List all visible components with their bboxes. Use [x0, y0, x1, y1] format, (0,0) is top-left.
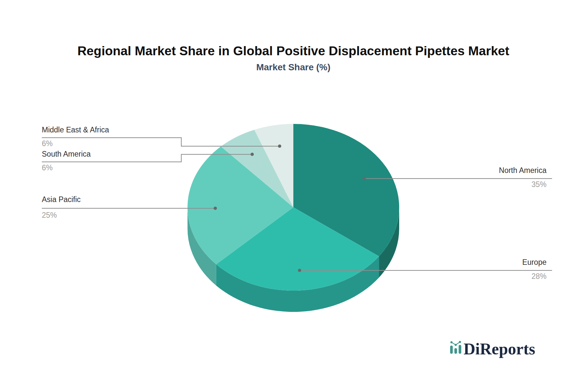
slice-label-europe: Europe — [416, 258, 547, 267]
pie-chart-svg — [0, 0, 588, 391]
slice-label-south-america: South America — [42, 150, 91, 159]
slice-value-asia-pacific: 25% — [42, 211, 57, 220]
slice-value-europe: 28% — [416, 272, 547, 281]
leader-dot-north-america — [363, 177, 366, 180]
slice-label-north-america: North America — [416, 166, 547, 175]
slice-label-middle-east-africa: Middle East & Africa — [42, 126, 109, 134]
chart-canvas: Regional Market Share in Global Positive… — [0, 0, 588, 391]
brand-logo: DiReports — [449, 340, 535, 357]
leader-dot-europe — [298, 269, 301, 272]
slice-label-asia-pacific: Asia Pacific — [42, 195, 81, 204]
slice-value-south-america: 6% — [42, 163, 53, 172]
logo-bar-chart-icon — [449, 340, 461, 354]
slice-value-north-america: 35% — [416, 180, 547, 189]
slice-value-middle-east-africa: 6% — [42, 139, 53, 148]
leader-dot-middle-east-africa — [278, 144, 281, 148]
leader-dot-south-america — [251, 153, 254, 156]
pie-top-faces — [188, 124, 399, 291]
logo-text: DiReports — [464, 341, 535, 357]
leader-dot-asia-pacific — [214, 207, 217, 210]
